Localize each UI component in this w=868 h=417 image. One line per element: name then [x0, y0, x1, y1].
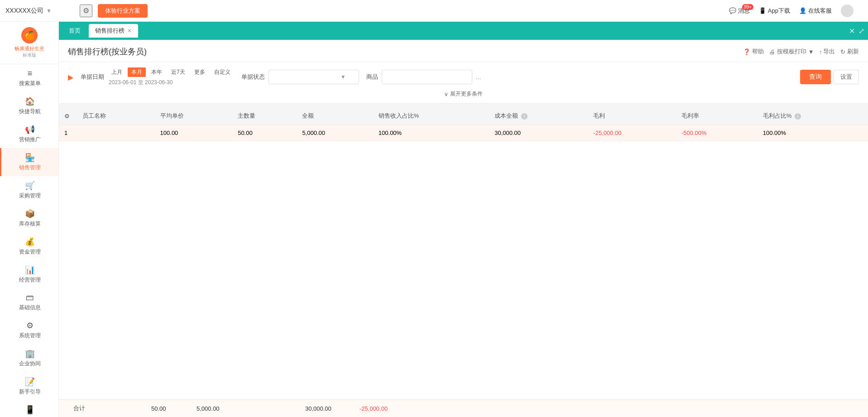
quicknav-icon: 🏠: [25, 96, 35, 106]
sidebar-item-label: 系统管理: [19, 332, 41, 340]
date-tabs: 上月 本月 本年 近7天 更多 自定义: [108, 67, 234, 77]
settings-icon[interactable]: ⚙: [80, 5, 92, 17]
tab-home[interactable]: 首页: [62, 24, 87, 38]
col-settings[interactable]: ⚙: [59, 107, 77, 125]
status-filter-label: 单据状态: [241, 73, 265, 81]
sidebar-item-label: 基础信息: [19, 304, 41, 312]
footer-sales-pct: [245, 405, 300, 412]
page-actions: ❓ 帮助 🖨 按模板打印 ▼ ↑ 导出 ↻ 刷新: [743, 48, 859, 56]
table-body: 1 100.00 50.00 5,000.00 100.00% 30,000.0…: [59, 125, 868, 141]
refresh-label: 刷新: [847, 48, 859, 56]
sidebar-item-finance[interactable]: 💰 资金管理: [0, 232, 58, 260]
print-icon: 🖨: [769, 48, 775, 55]
sidebar-item-label: 经营管理: [19, 276, 41, 284]
tab-bar: 首页 销售排行榜 ✕ ✕ ⤢: [59, 22, 868, 40]
filter-bar: ▶ 单据日期 上月 本月 本年 近7天 更多 自定义: [59, 62, 868, 104]
cell-cost: 30,000.00: [489, 125, 588, 141]
col-avg-price-header: 平均单价: [155, 107, 233, 125]
top-right-area: 💬 消息 99+ 📱 App下载 👤 在线客服: [729, 5, 863, 17]
setting-button[interactable]: 设置: [834, 70, 859, 84]
logo-emoji: 🍊: [24, 30, 34, 40]
top-header: XXXXXX公司 ▼ ⚙ 体验行业方案 💬 消息 99+ 📱 App下载 👤 在…: [0, 0, 868, 22]
filter-expand-arrow[interactable]: ▶: [68, 73, 73, 81]
company-selector[interactable]: XXXXXX公司 ▼: [5, 7, 78, 15]
date-tab-this-year[interactable]: 本年: [148, 67, 166, 77]
sidebar-logo: 🍊 畅康通好生意 标准版: [0, 22, 58, 64]
sidebar-item-basic[interactable]: 🗃 基础信息: [0, 288, 58, 316]
more-filters-dots[interactable]: ...: [476, 73, 481, 81]
cell-name: [77, 125, 155, 141]
sidebar-item-sales[interactable]: 🏪 销售管理: [0, 148, 58, 176]
refresh-button[interactable]: ↻ 刷新: [840, 48, 859, 56]
col-settings-icon: ⚙: [64, 113, 70, 120]
col-gross-rate-header: 毛利率: [676, 107, 758, 125]
cell-rank: 1: [59, 125, 77, 141]
sidebar-item-guide[interactable]: 📝 新手引导: [0, 372, 58, 400]
tab-close-window-icon[interactable]: ✕: [849, 27, 855, 35]
sidebar-item-quicknav[interactable]: 🏠 快捷导航: [0, 92, 58, 120]
expand-more-label: 展开更多条件: [450, 90, 483, 98]
expand-chevron-icon: ∨: [444, 91, 448, 97]
date-tab-prev-month[interactable]: 上月: [108, 67, 126, 77]
col-amount-header: 全额: [297, 107, 373, 125]
chevron-down-icon: ▼: [46, 8, 52, 14]
status-select-arrow: ▼: [340, 74, 346, 80]
app-download-button[interactable]: 📱 App下载: [759, 7, 790, 15]
tab-close-icon[interactable]: ✕: [127, 28, 132, 34]
online-service-label: 在线客服: [808, 7, 832, 15]
col-gross-pct-header: 毛利占比% i: [758, 107, 868, 125]
date-tab-more[interactable]: 更多: [191, 67, 209, 77]
sidebar-item-label: 快捷导航: [19, 108, 41, 115]
page-content: 销售排行榜(按业务员) ❓ 帮助 🖨 按模板打印 ▼ ↑ 导出: [59, 40, 868, 417]
cell-gross-rate: -500.00%: [676, 125, 758, 141]
logo-sub: 标准版: [23, 52, 36, 58]
enterprise-icon: 🏢: [25, 349, 35, 359]
expand-more-button[interactable]: ∨ 展开更多条件: [444, 90, 483, 98]
col-sales-pct-header: 销售收入占比%: [373, 107, 489, 125]
date-tab-this-month[interactable]: 本月: [128, 67, 146, 77]
help-button[interactable]: ❓ 帮助: [743, 48, 764, 56]
table-header-row: ⚙ 员工名称 平均单价 主数量 全额 销售收入占比% 成本全额 i 毛利: [59, 107, 868, 125]
date-tab-custom[interactable]: 自定义: [211, 67, 234, 77]
date-tab-last7days[interactable]: 近7天: [168, 67, 189, 77]
export-button[interactable]: ↑ 导出: [820, 48, 835, 56]
sidebar-item-enterprise[interactable]: 🏢 企业协同: [0, 344, 58, 372]
footer-gross: -25,000.00: [354, 405, 408, 412]
marketing-icon: 📢: [25, 125, 35, 134]
goods-filter-label: 商品: [366, 73, 378, 81]
app-download-label: App下载: [768, 7, 790, 15]
tab-maximize-icon[interactable]: ⤢: [858, 27, 864, 35]
help-label: 帮助: [752, 48, 764, 56]
status-select[interactable]: ▼: [269, 70, 359, 84]
table-container: ⚙ 员工名称 平均单价 主数量 全额 销售收入占比% 成本全额 i 毛利: [59, 107, 868, 417]
sidebar-item-inventory[interactable]: 📦 库存核算: [0, 204, 58, 232]
goods-input[interactable]: [382, 70, 472, 84]
sidebar-item-purchase[interactable]: 🛒 采购管理: [0, 176, 58, 204]
query-button[interactable]: 查询: [800, 70, 831, 84]
sidebar-item-appcenter[interactable]: 📱 应用中心: [0, 400, 58, 417]
trial-button[interactable]: 体验行业方案: [98, 4, 148, 18]
home-tab-label: 首页: [69, 27, 81, 35]
message-button[interactable]: 💬 消息 99+: [729, 7, 750, 15]
sidebar-item-search[interactable]: ≡ 搜索菜单: [0, 64, 58, 92]
col-gross-header: 毛利: [588, 107, 676, 125]
cell-gross-pct: 100.00%: [758, 125, 868, 141]
sidebar-item-marketing[interactable]: 📢 营销推广: [0, 120, 58, 148]
gross-pct-info-icon[interactable]: i: [795, 113, 801, 120]
footer-qty: 50.00: [146, 405, 191, 412]
sales-ranking-tab-label: 销售排行榜: [95, 27, 125, 35]
data-table: ⚙ 员工名称 平均单价 主数量 全额 销售收入占比% 成本全额 i 毛利: [59, 107, 868, 141]
cell-gross: -25,000.00: [588, 125, 676, 141]
cost-info-icon[interactable]: i: [521, 113, 528, 120]
template-print-button[interactable]: 🖨 按模板打印 ▼: [769, 48, 814, 56]
avatar[interactable]: [841, 5, 854, 17]
sidebar-item-label: 企业协同: [19, 360, 41, 368]
sidebar-item-operations[interactable]: 📊 经营管理: [0, 260, 58, 288]
goods-filter-group: 商品 ...: [366, 70, 481, 84]
online-service-button[interactable]: 👤 在线客服: [799, 7, 832, 15]
col-name-header: 员工名称: [77, 107, 155, 125]
sidebar-item-system[interactable]: ⚙ 系统管理: [0, 316, 58, 344]
footer-gross-rate: [408, 405, 463, 412]
logo-text: 畅康通好生意: [14, 45, 44, 52]
tab-sales-ranking[interactable]: 销售排行榜 ✕: [89, 24, 138, 38]
